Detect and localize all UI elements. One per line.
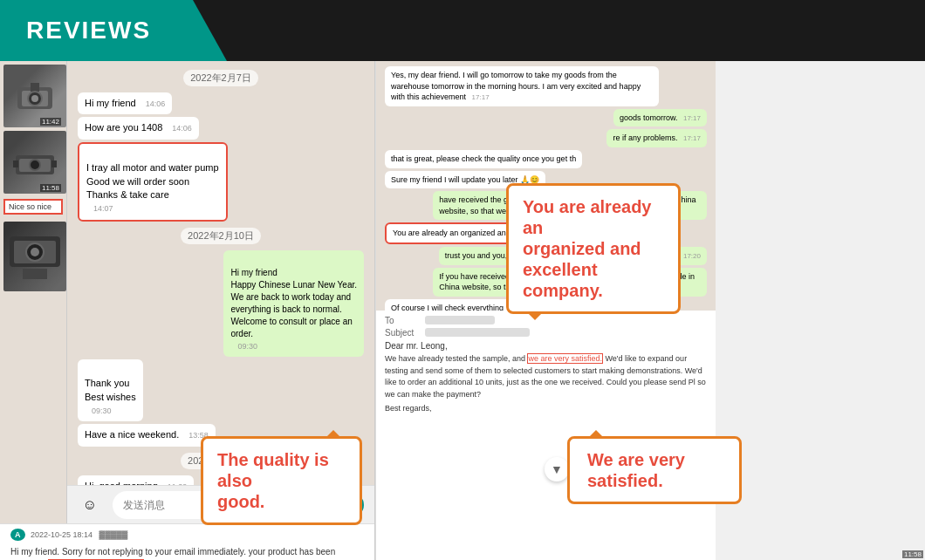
email-subject-label: Subject [385,328,420,338]
nice-so-nice-label: Nice so nice [3,199,63,215]
email-section: To Subject Dear mr. Leong, We have alrea… [376,311,716,560]
thumb-3-container: 11:58 [3,222,63,291]
email-to-row: To [385,316,707,325]
reviewer-info: A 2022-10-25 18:14 ▓▓▓▓▓ [10,529,364,542]
msg-text-4: Hi my friend Happy Chinese Lunar New Yea… [230,268,357,338]
msg-row-2: How are you 1408 14:06 [74,117,367,139]
email-highlight-2: we are very satisfied. [527,353,603,364]
right-msg-1: Yes, my dear friend. I will go tomorrow … [385,66,707,106]
svg-rect-14 [23,269,47,279]
msg-bubble-3: I tray all motor and water pump Good we … [78,142,228,222]
right-msg-3: re if any problems. 17:17 [385,129,707,147]
motor-image-3 [3,222,66,291]
email-body: Dear mr. Leong, We have already tested t… [385,341,707,413]
svg-rect-8 [13,160,18,167]
msg-text-1: Hi my friend [85,98,136,108]
msg-time-7: 11:29 [168,482,188,485]
page-title: REVIEWS [26,17,151,44]
email-best-regards: Best regards, [385,404,707,413]
thumb-time-1: 11:42 [40,118,61,126]
msg-bubble-7: Hi, good morning 11:29 [78,475,194,485]
msg-time-4: 09:30 [237,342,257,351]
svg-rect-2 [31,83,39,92]
callout-excellent-text: You are already anorganized andexcellent… [523,196,664,301]
right-time-7: 17:20 [683,252,701,260]
right-time-2: 17:17 [683,114,701,122]
date-divider-1: 2022年2月7日 [183,70,258,86]
msg-text-3: I tray all motor and water pump Good we … [86,162,219,200]
msg-time-5: 09:30 [92,406,112,415]
right-msg-4: that is great, please check the quality … [385,150,707,168]
right-text-2: goods tomorrow. [620,113,678,122]
email-to-label: To [385,316,420,325]
header: REVIEWS [0,0,925,61]
right-time-3: 17:17 [683,134,701,142]
right-bubble-2: goods tomorrow. 17:17 [613,109,707,127]
right-bubble-3: re if any problems. 17:17 [606,129,707,147]
msg-text-7: Hi, good morning [85,481,158,485]
msg-time-2: 14:06 [172,124,192,133]
thumb-time-2: 11:58 [40,184,61,192]
emoji-button[interactable]: ☺ [78,493,102,517]
svg-point-13 [31,248,39,256]
right-msg-2: goods tomorrow. 17:17 [385,109,707,127]
email-subject-value [425,328,530,337]
right-text-1: Yes, my dear friend. I will go tomorrow … [391,71,641,101]
thumb-2[interactable]: 11:58 [3,131,63,194]
email-body-1: We have already tested the sample, and [385,354,525,363]
right-text-4: that is great, please check the quality … [391,154,576,163]
msg-bubble-2: How are you 1408 14:06 [78,117,199,139]
right-bubble-4: that is great, please check the quality … [385,150,582,168]
reviewer-id: ▓▓▓▓▓ [99,530,128,539]
msg-text-6: Have a nice weekend. [85,429,179,440]
msg-time-1: 14:06 [146,99,166,108]
msg-row-3: I tray all motor and water pump Good we … [74,142,367,222]
svg-point-4 [31,95,38,102]
reviewer-avatar: A [10,529,25,541]
msg-bubble-1: Hi my friend 14:06 [78,92,172,114]
msg-row-4: Hi my friend Happy Chinese Lunar New Yea… [74,250,367,357]
svg-point-7 [30,160,40,170]
email-subject-row: Subject [385,328,707,338]
email-dear: Dear mr. Leong, [385,341,707,351]
email-body-text: We have already tested the sample, and w… [385,353,707,400]
thumbnail-panel: 11:42 11:58 [0,61,67,523]
email-to-value [425,316,495,324]
right-text-3: re if any problems. [613,133,677,142]
msg-bubble-4: Hi my friend Happy Chinese Lunar New Yea… [223,250,364,357]
msg-bubble-6: Have a nice weekend. 13:58 [78,424,216,446]
right-bubble-1: Yes, my dear friend. I will go tomorrow … [385,66,659,106]
review-text: Hi my friend. Sorry for not replying to … [10,545,364,561]
right-time-1: 17:17 [472,93,490,101]
review-text-1: Hi my friend. Sorry for not replying to … [10,547,335,561]
callout-quality: The quality is alsogood. [201,436,362,525]
msg-row-1: Hi my friend 14:06 [74,92,367,114]
page-container: REVIEWS [0,0,925,560]
msg-row-5: Thank you Best wishes 09:30 [74,359,367,422]
msg-time-3: 14:07 [93,204,113,213]
msg-text-2: How are you 1408 [85,122,162,133]
msg-bubble-5: Thank you Best wishes 09:30 [78,359,143,422]
callout-satisfied: We are very satisfied. [567,436,742,504]
callout-quality-text: The quality is alsogood. [217,449,346,512]
bottom-review-section: A 2022-10-25 18:14 ▓▓▓▓▓ Hi my friend. S… [0,523,374,560]
reviewer-date: 2022-10-25 18:14 [31,530,92,539]
date-divider-2: 2022年2月10日 [181,228,261,244]
right-text-9: Of course I will check everything [391,304,504,311]
callout-excellent: You are already anorganized andexcellent… [506,183,681,314]
scroll-down-button[interactable]: ▼ [545,457,569,481]
callout-satisfied-text: We are very satisfied. [587,449,722,491]
svg-rect-9 [51,160,57,167]
thumb-1[interactable]: 11:42 [3,65,63,127]
msg-text-5: Thank you Best wishes [85,378,136,401]
